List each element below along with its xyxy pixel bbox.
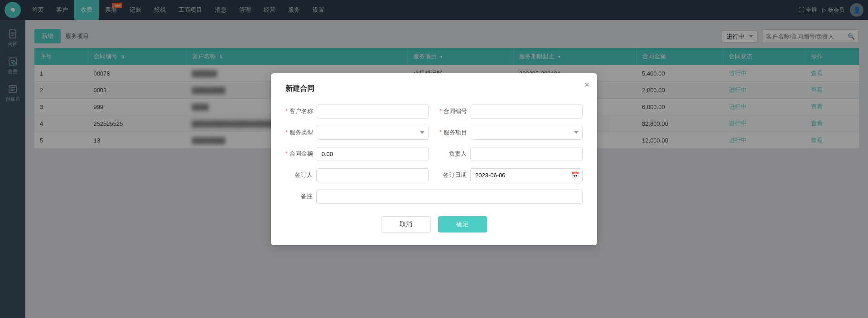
form-row-customer: 客户名称: [285, 104, 429, 119]
form-row-amount: 合同金额: [285, 147, 429, 161]
form-row-service-item: 服务项目: [439, 126, 583, 140]
new-contract-modal: 新建合同 ✕ 客户名称 合同编号 服务类型 服务项目: [271, 73, 597, 245]
form-row-signer: 签订人: [285, 168, 429, 182]
contract-no-label: 合同编号: [439, 107, 467, 115]
modal-title: 新建合同: [285, 84, 583, 94]
responsible-input[interactable]: [470, 147, 583, 161]
confirm-button[interactable]: 确定: [438, 216, 487, 233]
modal-footer: 取消 确定: [285, 216, 583, 233]
sign-date-label: 签订日期: [439, 171, 467, 179]
form-row-remarks: 备注: [285, 190, 583, 204]
signer-label: 签订人: [285, 171, 313, 179]
form-row-service-type: 服务类型: [285, 126, 429, 140]
service-type-label: 服务类型: [285, 128, 313, 137]
modal-overlay: 新建合同 ✕ 客户名称 合同编号 服务类型 服务项目: [0, 0, 868, 318]
service-item-select[interactable]: [471, 126, 583, 140]
customer-name-label: 客户名称: [285, 107, 313, 115]
service-type-select[interactable]: [317, 126, 429, 140]
amount-label: 合同金额: [285, 150, 313, 158]
sign-date-input[interactable]: [470, 168, 583, 182]
customer-name-input[interactable]: [317, 104, 429, 119]
remarks-label: 备注: [285, 192, 313, 200]
remarks-input[interactable]: [316, 190, 583, 204]
amount-input[interactable]: [317, 147, 429, 161]
modal-close-button[interactable]: ✕: [584, 81, 590, 89]
sign-date-input-wrap: 📅: [470, 168, 583, 182]
service-type-select-wrap: [317, 126, 429, 140]
service-item-select-wrap: [471, 126, 583, 140]
form-grid: 客户名称 合同编号 服务类型 服务项目: [285, 104, 583, 204]
responsible-label: 负责人: [439, 150, 467, 158]
service-item-label: 服务项目: [439, 128, 467, 137]
form-row-sign-date: 签订日期 📅: [439, 168, 583, 182]
signer-input[interactable]: [316, 168, 429, 182]
form-row-responsible: 负责人: [439, 147, 583, 161]
calendar-icon[interactable]: 📅: [571, 171, 579, 179]
form-row-contract-no: 合同编号: [439, 104, 583, 119]
contract-no-input[interactable]: [471, 104, 583, 119]
cancel-button[interactable]: 取消: [381, 216, 431, 233]
